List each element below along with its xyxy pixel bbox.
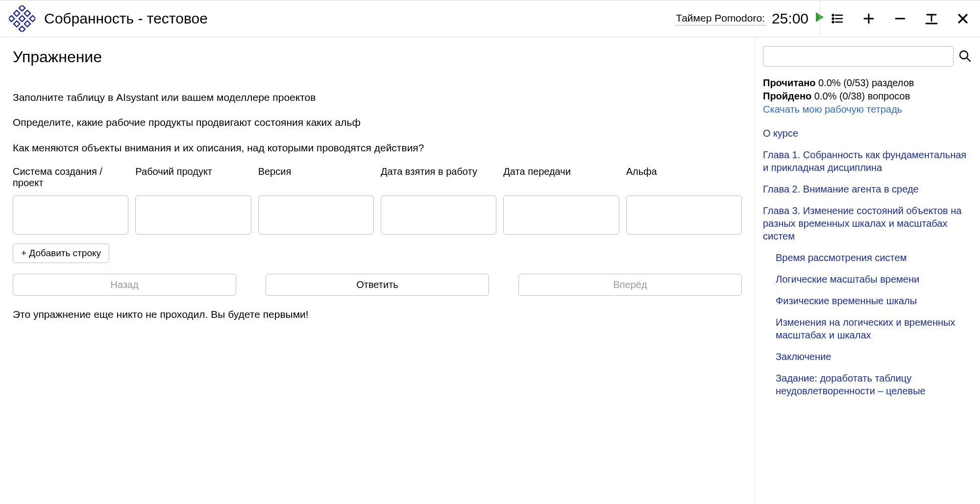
- toc-sub-time-systems[interactable]: Время рассмотрения систем: [763, 251, 972, 264]
- instruction-line: Как меняются объекты внимания и их описа…: [13, 141, 742, 154]
- toc-about[interactable]: О курсе: [763, 127, 972, 140]
- pomodoro-widget: Таймер Pomodoro: 25:00: [676, 10, 824, 27]
- app-title: Собранность - тестовое: [44, 10, 208, 27]
- col-header-deliver-date: Дата передачи: [503, 166, 619, 195]
- svg-rect-1: [14, 10, 20, 16]
- col-header-version: Версия: [258, 166, 374, 195]
- svg-rect-0: [19, 5, 25, 11]
- svg-point-9: [833, 15, 834, 16]
- svg-point-13: [833, 22, 834, 23]
- minus-icon[interactable]: [894, 12, 906, 25]
- page-title: Упражнение: [13, 48, 742, 66]
- toc: О курсе Глава 1. Собранность как фундаме…: [763, 127, 972, 397]
- cell-start-date[interactable]: [381, 195, 496, 235]
- close-icon[interactable]: [956, 12, 969, 25]
- svg-point-11: [833, 18, 834, 20]
- col-header-start-date: Дата взятия в работу: [381, 166, 496, 195]
- nav-row: Назад Ответить Вперёд: [13, 274, 742, 296]
- toc-sub-changes[interactable]: Изменения на логических и временных масш…: [763, 316, 972, 341]
- topbar: Собранность - тестовое Таймер Pomodoro: …: [0, 0, 980, 37]
- svg-rect-8: [19, 26, 25, 32]
- svg-line-24: [967, 58, 970, 61]
- toc-sub-logical-scales[interactable]: Логические масштабы времени: [763, 273, 972, 286]
- toc-chapter-2[interactable]: Глава 2. Внимание агента в среде: [763, 183, 972, 195]
- search-input[interactable]: [763, 46, 954, 67]
- add-row-button[interactable]: + Добавить строку: [13, 243, 109, 263]
- back-button[interactable]: Назад: [13, 274, 236, 296]
- instruction-line: Определите, какие рабочие продукты продв…: [13, 116, 742, 129]
- toc-sub-task[interactable]: Задание: доработать таблицу неудовлетвор…: [763, 372, 972, 397]
- main-content: Упражнение Заполните таблицу в AIsystant…: [0, 37, 755, 504]
- col-header-alpha: Альфа: [626, 166, 742, 195]
- exercise-note: Это упражнение еще никто не проходил. Вы…: [13, 309, 742, 320]
- svg-rect-6: [14, 21, 20, 27]
- text-format-icon[interactable]: [925, 12, 938, 25]
- table-header: Система создания / проект Рабочий продук…: [13, 166, 742, 195]
- sidebar: Прочитано 0.0% (0/53) разделов Пройдено …: [755, 37, 980, 504]
- progress-read: Прочитано 0.0% (0/53) разделов: [763, 77, 972, 89]
- svg-rect-3: [9, 16, 15, 22]
- search-icon[interactable]: [958, 49, 972, 63]
- toc-sub-physical-scales[interactable]: Физические временные шкалы: [763, 294, 972, 307]
- cell-deliver-date[interactable]: [503, 195, 619, 235]
- cell-alpha[interactable]: [626, 195, 742, 235]
- svg-rect-5: [29, 16, 35, 22]
- toolbar: [820, 0, 980, 37]
- search-row: [763, 46, 972, 67]
- plus-icon[interactable]: [862, 12, 875, 25]
- pomodoro-time: 25:00: [772, 10, 808, 27]
- instruction-line: Заполните таблицу в AIsystant или вашем …: [13, 91, 742, 104]
- cell-system[interactable]: [13, 195, 128, 235]
- forward-button[interactable]: Вперёд: [518, 274, 742, 296]
- pomodoro-label[interactable]: Таймер Pomodoro:: [676, 12, 765, 25]
- toc-chapter-3[interactable]: Глава 3. Изменение состояний объектов на…: [763, 204, 972, 242]
- svg-rect-7: [24, 21, 30, 27]
- app-logo-icon: [9, 5, 35, 32]
- toc-icon[interactable]: [831, 12, 844, 25]
- table-row: [13, 195, 742, 235]
- toc-sub-conclusion[interactable]: Заключение: [763, 350, 972, 363]
- col-header-system: Система создания / проект: [13, 166, 128, 195]
- svg-rect-4: [19, 16, 25, 22]
- cell-version[interactable]: [258, 195, 374, 235]
- download-workbook-link[interactable]: Скачать мою рабочую тетрадь: [763, 104, 972, 115]
- col-header-work-product: Рабочий продукт: [135, 166, 251, 195]
- cell-work-product[interactable]: [135, 195, 251, 235]
- answer-button[interactable]: Ответить: [266, 274, 489, 296]
- progress-passed: Пройдено 0.0% (0/38) вопросов: [763, 91, 972, 102]
- instructions: Заполните таблицу в AIsystant или вашем …: [13, 91, 742, 154]
- toc-chapter-1[interactable]: Глава 1. Собранность как фундаментальная…: [763, 148, 972, 174]
- exercise-table: Система создания / проект Рабочий продук…: [13, 166, 742, 235]
- svg-rect-2: [24, 10, 30, 16]
